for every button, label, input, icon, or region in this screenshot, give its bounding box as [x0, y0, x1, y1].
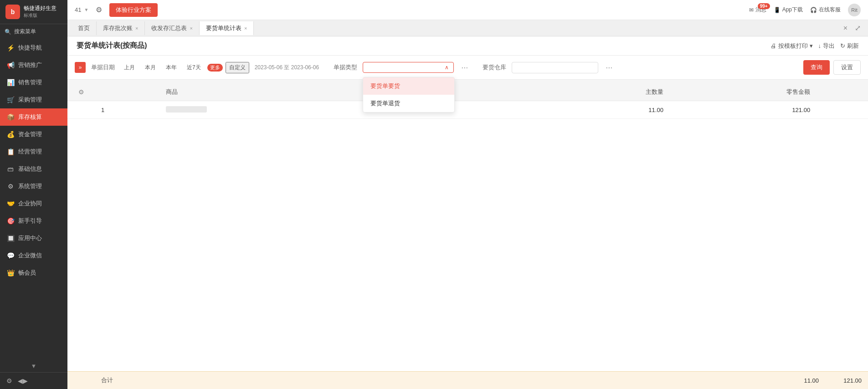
type-chevron-up-icon: ∧ — [445, 64, 449, 71]
sidebar-item-sales[interactable]: 📊 销售管理 — [0, 74, 67, 91]
header-right: ✉ 消息 99+ 📱 App下载 🎧 在线客服 Rit — [749, 4, 861, 16]
tab-inventory-batch[interactable]: 库存批次账 × — [97, 21, 145, 35]
collapse-icon[interactable]: ◀▶ — [18, 377, 28, 384]
type-label: 单据类型 — [334, 63, 357, 72]
query-btn[interactable]: 查询 — [803, 60, 830, 75]
export-label: 导出 — [823, 42, 835, 50]
sidebar-logo: b 畅捷通好生意 标准版 — [0, 0, 67, 24]
sidebar-item-label: 企业协同 — [18, 200, 42, 208]
sidebar-item-marketing[interactable]: 📢 营销推广 — [0, 56, 67, 74]
settings-btn[interactable]: 设置 — [833, 60, 861, 75]
tab-receive-summary-close[interactable]: × — [190, 26, 192, 31]
store-selector[interactable]: 41 ▼ — [75, 6, 88, 13]
sidebar-search-label: 搜索菜单 — [14, 28, 36, 36]
page-title: 要货单统计表(按商品) — [77, 41, 147, 51]
settings-bottom-icon[interactable]: ⚙ — [6, 377, 12, 384]
type-more-icon[interactable]: ··· — [461, 63, 468, 72]
sidebar-logo-texts: 畅捷通好生意 标准版 — [24, 5, 56, 19]
date-shortcuts: 上月 本月 本年 近7天 更多 自定义 — [120, 62, 249, 73]
sidebar: b 畅捷通好生意 标准版 🔍 搜索菜单 ⚡ 快捷导航 📢 营销推广 📊 销售管理 — [0, 0, 67, 389]
date-this-month-btn[interactable]: 本月 — [141, 63, 159, 72]
user-avatar[interactable]: Rit — [848, 4, 861, 16]
print-label: 按模板打印 — [778, 42, 808, 50]
search-icon: 🔍 — [5, 29, 11, 35]
dropdown-item-order-goods[interactable]: 要货单要货 — [363, 77, 454, 95]
filter-expand-btn[interactable]: » — [75, 62, 86, 73]
online-service-action[interactable]: 🎧 在线客服 — [810, 6, 841, 14]
goods-placeholder — [166, 106, 207, 113]
footer-qty: 11.00 — [782, 377, 819, 384]
sidebar-item-quick-nav[interactable]: ⚡ 快捷导航 — [0, 39, 67, 56]
col-settings-icon[interactable]: ⚙ — [78, 88, 84, 96]
sidebar-item-basic[interactable]: 🗃 基础信息 — [0, 160, 67, 178]
trial-btn[interactable]: 体验行业方案 — [109, 3, 158, 17]
date-last-month-btn[interactable]: 上月 — [120, 63, 139, 72]
filter-actions: 查询 设置 — [803, 60, 861, 75]
sidebar-item-system[interactable]: ⚙ 系统管理 — [0, 178, 67, 195]
col-qty: 主数量 — [547, 83, 670, 101]
tab-inventory-batch-label: 库存批次账 — [103, 24, 133, 32]
date-last-7days-btn[interactable]: 近7天 — [183, 63, 205, 72]
tab-close-all-btn[interactable]: × — [840, 22, 851, 34]
print-action-btn[interactable]: 🖨 按模板打印 ▾ — [770, 42, 813, 50]
row-goods — [159, 101, 376, 119]
sidebar-item-label: 经营管理 — [18, 148, 42, 156]
sidebar-item-label: 系统管理 — [18, 182, 42, 190]
sidebar-item-inventory[interactable]: 📦 库存核算 — [0, 108, 67, 126]
top-header: 41 ▼ ⚙ 体验行业方案 ✉ 消息 99+ 📱 App下载 🎧 在 — [67, 0, 868, 20]
warehouse-input[interactable] — [512, 62, 598, 73]
wechat-icon: 💬 — [6, 251, 15, 260]
date-more-badge[interactable]: 更多 — [207, 64, 223, 72]
sidebar-item-purchase[interactable]: 🛒 采购管理 — [0, 91, 67, 108]
quick-nav-icon: ⚡ — [6, 44, 15, 52]
export-action-btn[interactable]: ↓ 导出 — [818, 42, 835, 50]
message-action[interactable]: ✉ 消息 99+ — [749, 6, 766, 14]
dropdown-item-order-return[interactable]: 要货单退货 — [363, 95, 454, 112]
tab-inventory-batch-close[interactable]: × — [135, 26, 138, 31]
purchase-icon: 🛒 — [6, 96, 15, 104]
sidebar-item-label: 新手引导 — [18, 217, 42, 225]
tab-bar: 首页 库存批次账 × 收发存汇总表 × 要货单统计表 × × ⤢ — [67, 20, 868, 36]
member-icon: 👑 — [6, 269, 15, 277]
tab-order-summary-label: 要货单统计表 — [206, 24, 241, 32]
refresh-action-btn[interactable]: ↻ 刷新 — [840, 42, 859, 50]
date-custom-btn[interactable]: 自定义 — [226, 62, 249, 73]
app-download-label: App下载 — [782, 6, 803, 14]
app-download-action[interactable]: 📱 App下载 — [774, 6, 803, 14]
row-qty: 11.00 — [547, 101, 670, 119]
tab-order-summary[interactable]: 要货单统计表 × — [200, 21, 254, 35]
sidebar-scroll-down[interactable]: ▼ — [0, 360, 67, 372]
row-amount: 121.00 — [670, 101, 817, 119]
footer-label: 合计 — [74, 376, 113, 384]
tab-expand-btn[interactable]: ⤢ — [851, 22, 864, 34]
sidebar-item-wechat[interactable]: 💬 企业微信 — [0, 247, 67, 264]
header-settings-icon[interactable]: ⚙ — [96, 5, 102, 14]
sidebar-item-label: 基础信息 — [18, 165, 42, 173]
tab-home-label: 首页 — [78, 24, 90, 32]
type-select[interactable]: ∧ 要货单要货 要货单退货 — [363, 62, 454, 73]
row-settings-cell — [67, 101, 95, 119]
enterprise-icon: 🤝 — [6, 200, 15, 208]
tab-home[interactable]: 首页 — [71, 21, 97, 35]
refresh-label: 刷新 — [847, 42, 859, 50]
tab-receive-summary[interactable]: 收发存汇总表 × — [145, 21, 199, 35]
sidebar-item-label: 快捷导航 — [18, 44, 42, 52]
date-this-year-btn[interactable]: 本年 — [162, 63, 180, 72]
sidebar-item-enterprise[interactable]: 🤝 企业协同 — [0, 195, 67, 212]
sidebar-item-finance[interactable]: 💰 资金管理 — [0, 126, 67, 143]
tab-order-summary-close[interactable]: × — [244, 26, 247, 31]
sidebar-item-guide[interactable]: 🎯 新手引导 — [0, 212, 67, 230]
app-center-icon: 🔲 — [6, 234, 15, 242]
sidebar-item-app-center[interactable]: 🔲 应用中心 — [0, 230, 67, 247]
phone-icon: 📱 — [774, 7, 781, 13]
sidebar-search[interactable]: 🔍 搜索菜单 — [0, 24, 67, 39]
warehouse-more-icon[interactable]: ··· — [606, 63, 612, 72]
sidebar-item-member[interactable]: 👑 畅会员 — [0, 264, 67, 282]
table-footer: 合计 11.00 121.00 — [67, 371, 868, 389]
sidebar-item-label: 营销推广 — [18, 61, 42, 69]
page-content: 要货单统计表(按商品) 🖨 按模板打印 ▾ ↓ 导出 ↻ 刷新 — [67, 36, 868, 389]
user-name: Rit — [851, 7, 857, 13]
filter-bar: » 单据日期 上月 本月 本年 近7天 更多 自定义 2023-05-06 至 … — [67, 56, 868, 80]
table-row: 1 块 11.00 121.00 — [67, 101, 868, 119]
sidebar-item-operation[interactable]: 📋 经营管理 — [0, 143, 67, 160]
